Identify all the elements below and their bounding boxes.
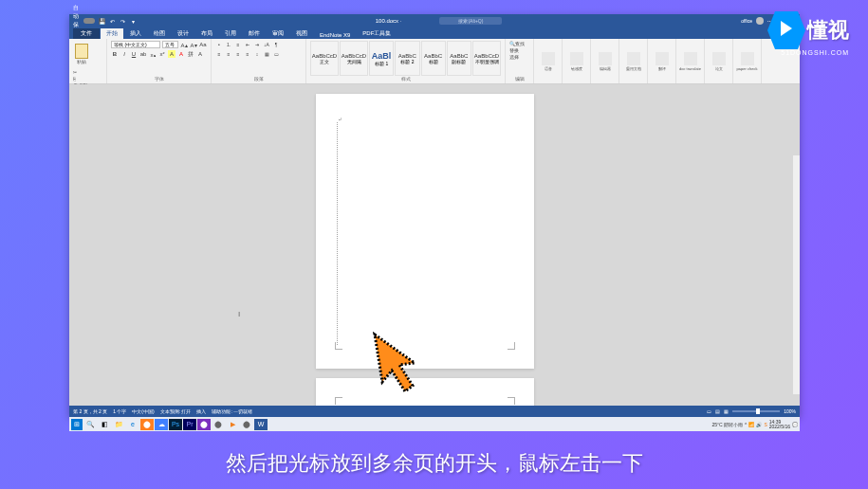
- italic-icon[interactable]: I: [120, 50, 128, 58]
- weather-widget[interactable]: 25°C 阴转小雨: [711, 422, 743, 427]
- style-heading1[interactable]: AaBl标题 1: [369, 41, 394, 76]
- borders-icon[interactable]: ▭: [272, 50, 280, 58]
- document-area[interactable]: ⤶ I: [69, 84, 800, 406]
- redo-icon[interactable]: ↷: [119, 17, 126, 25]
- style-title[interactable]: AaBbC标题: [421, 41, 446, 76]
- autosave-switch[interactable]: [83, 18, 95, 24]
- scrollbar-vertical[interactable]: [793, 155, 800, 394]
- tab-layout[interactable]: 布局: [195, 28, 218, 39]
- tab-insert[interactable]: 插入: [124, 28, 147, 39]
- app3-icon[interactable]: Ps: [169, 419, 182, 430]
- tab-review[interactable]: 审阅: [267, 28, 289, 39]
- explorer-icon[interactable]: 📁: [112, 419, 125, 430]
- tab-endnote[interactable]: EndNote X9: [314, 31, 356, 39]
- multilevel-icon[interactable]: ≡: [234, 41, 242, 48]
- accessibility[interactable]: 辅助功能: 一切就绪: [212, 408, 252, 414]
- sort-icon[interactable]: ↓A: [263, 41, 270, 48]
- find-button[interactable]: 🔍查找: [509, 41, 529, 46]
- bold-icon[interactable]: B: [111, 50, 119, 58]
- word-count[interactable]: 1 个字: [113, 408, 126, 414]
- qat-more-icon[interactable]: ▾: [129, 17, 137, 25]
- reuse-button[interactable]: 重用文档: [619, 39, 648, 83]
- align-left-icon[interactable]: ≡: [215, 50, 223, 58]
- subscript-icon[interactable]: x₂: [149, 50, 157, 58]
- highlight-icon[interactable]: A: [168, 50, 175, 58]
- align-right-icon[interactable]: ≡: [234, 50, 242, 58]
- clock-date[interactable]: 2022/5/16: [769, 425, 790, 429]
- app7-icon[interactable]: ▶: [226, 419, 239, 430]
- font-name-select[interactable]: 等线 (中文正文): [111, 41, 160, 48]
- search-input[interactable]: 搜索(Alt+Q): [439, 17, 502, 25]
- autosave-toggle[interactable]: 自动保存: [73, 17, 81, 25]
- tab-references[interactable]: 引用: [219, 28, 242, 39]
- text-predict[interactable]: 文本预测: 打开: [160, 408, 192, 414]
- tab-pdf[interactable]: PDF工具集: [357, 28, 397, 39]
- copy-icon[interactable]: ⎘: [73, 76, 87, 82]
- paper-check-button[interactable]: paper check: [733, 39, 762, 83]
- save-icon[interactable]: 💾: [98, 17, 105, 25]
- app4-icon[interactable]: Pr: [183, 419, 196, 430]
- app6-icon[interactable]: ⬤: [212, 419, 225, 430]
- line-spacing-icon[interactable]: ↕: [253, 50, 261, 58]
- indent-right-icon[interactable]: ⇥: [253, 41, 261, 48]
- view-print-icon[interactable]: ▤: [715, 408, 720, 414]
- char-border-icon[interactable]: A: [196, 50, 204, 58]
- superscript-icon[interactable]: x²: [158, 50, 166, 58]
- editor-button[interactable]: 编辑器: [591, 39, 619, 83]
- tray-ime-icon[interactable]: S: [764, 422, 766, 427]
- select-button[interactable]: 选择: [509, 54, 529, 60]
- style-subtitle[interactable]: AaBbC副标题: [447, 41, 471, 76]
- underline-icon[interactable]: U: [130, 50, 138, 58]
- style-heading2[interactable]: AaBbC标题 2: [395, 41, 419, 76]
- app5-icon[interactable]: ⬤: [197, 419, 211, 430]
- style-emphasis[interactable]: AaBbCcD不明显强调: [472, 41, 501, 76]
- tab-design[interactable]: 设计: [172, 28, 194, 39]
- grow-font-icon[interactable]: A▴: [180, 41, 188, 48]
- app8-icon[interactable]: ⬤: [240, 419, 253, 430]
- tab-file[interactable]: 文件: [73, 28, 100, 39]
- zoom-slider[interactable]: [732, 410, 780, 412]
- tab-draw[interactable]: 绘图: [148, 28, 171, 39]
- task-search-icon[interactable]: 🔍: [83, 419, 97, 430]
- replace-button[interactable]: 替换: [509, 47, 529, 53]
- undo-icon[interactable]: ↶: [108, 17, 116, 25]
- style-nospacing[interactable]: AaBbCcD无间隔: [340, 41, 368, 76]
- phonetic-icon[interactable]: 拼: [187, 50, 194, 58]
- style-normal[interactable]: AaBbCcD正文: [310, 41, 339, 76]
- paper-button[interactable]: 论文: [705, 39, 733, 83]
- numbering-icon[interactable]: 1.: [225, 41, 232, 48]
- show-marks-icon[interactable]: ¶: [272, 41, 280, 48]
- shrink-font-icon[interactable]: A▾: [190, 41, 197, 48]
- language[interactable]: 中文(中国): [132, 408, 154, 414]
- tab-mailings[interactable]: 邮件: [243, 28, 266, 39]
- tab-home[interactable]: 开始: [101, 28, 123, 39]
- insert-mode[interactable]: 插入: [196, 408, 206, 414]
- doc-translate-button[interactable]: doc translate: [676, 39, 705, 83]
- sensitivity-button[interactable]: 敏感度: [563, 39, 591, 83]
- align-center-icon[interactable]: ≡: [225, 50, 232, 58]
- translate-button[interactable]: 翻译: [648, 39, 676, 83]
- account-icon[interactable]: [756, 17, 764, 25]
- task-view-icon[interactable]: ◧: [98, 419, 111, 430]
- word-taskbar-icon[interactable]: W: [254, 419, 268, 430]
- tab-view[interactable]: 视图: [290, 28, 313, 39]
- tray-chevron-icon[interactable]: ^: [745, 422, 747, 427]
- cut-icon[interactable]: ✂: [73, 69, 87, 75]
- justify-icon[interactable]: ≡: [244, 50, 251, 58]
- paste-button[interactable]: 粘贴: [73, 41, 90, 67]
- font-size-select[interactable]: 五号: [162, 41, 178, 48]
- page-2[interactable]: [316, 378, 534, 406]
- app1-icon[interactable]: ⬤: [140, 419, 154, 430]
- bullets-icon[interactable]: •: [215, 41, 223, 48]
- view-web-icon[interactable]: ▦: [724, 408, 729, 414]
- page-count[interactable]: 第 2 页，共 2 页: [73, 408, 107, 414]
- font-color-icon[interactable]: A: [177, 50, 185, 58]
- shading-icon[interactable]: ▦: [263, 50, 270, 58]
- tray-volume-icon[interactable]: 🔊: [756, 422, 762, 427]
- indent-left-icon[interactable]: ⇤: [244, 41, 251, 48]
- tray-network-icon[interactable]: 📶: [748, 422, 754, 427]
- change-case-icon[interactable]: Aa: [199, 41, 207, 48]
- strike-icon[interactable]: ab: [139, 50, 147, 58]
- app2-icon[interactable]: ☁: [155, 419, 168, 430]
- edge-icon[interactable]: e: [126, 419, 139, 430]
